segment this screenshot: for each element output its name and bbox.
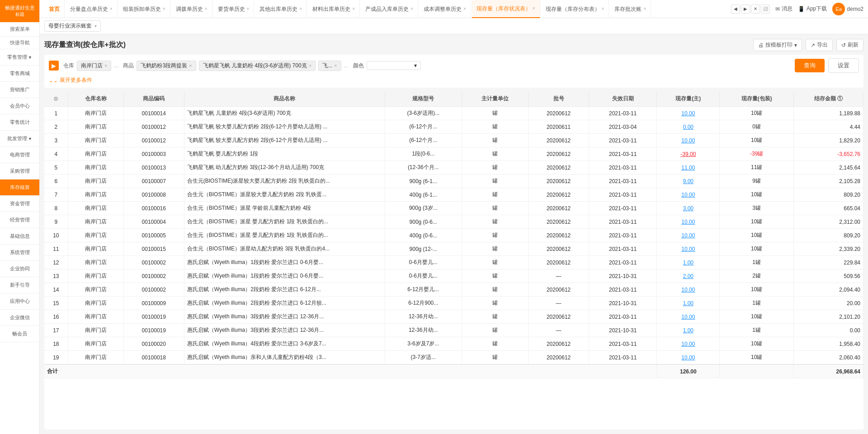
sidebar-quick-nav[interactable]: 快捷导航 bbox=[0, 37, 39, 49]
user-avatar[interactable]: Ea demo2 bbox=[832, 3, 863, 15]
sidebar-item-system[interactable]: 系统管理 bbox=[0, 245, 39, 261]
cell-qty-main[interactable]: 10.00 bbox=[657, 215, 720, 229]
sidebar-item-inventory[interactable]: 库存核算 bbox=[0, 179, 39, 196]
cell-qty-main[interactable]: 1.00 bbox=[657, 297, 720, 310]
cell-no: 16 bbox=[44, 310, 68, 324]
table-scroll[interactable]: ⚙ 仓库名称 商品编码 商品名称 规格型号 主计量单位 批号 失效日期 现存量(… bbox=[44, 91, 863, 429]
product-tag-1[interactable]: 飞鹤奶粉3段两提装 × bbox=[137, 61, 196, 71]
tab-close-combo[interactable]: × bbox=[163, 0, 165, 18]
warehouse-more[interactable]: ... bbox=[114, 62, 118, 69]
tab-close-inventory-dist[interactable]: × bbox=[602, 0, 604, 18]
tab-request[interactable]: 要货单历史 × bbox=[213, 0, 255, 18]
cell-qty-main[interactable]: 1.00 bbox=[657, 324, 720, 337]
sidebar-item-basic[interactable]: 基础信息 bbox=[0, 228, 39, 245]
warehouse-tag-1[interactable]: 南岸门店 × bbox=[77, 61, 111, 71]
sidebar-item-member[interactable]: 会员中心 bbox=[0, 98, 39, 114]
cell-qty-main[interactable]: 10.00 bbox=[657, 337, 720, 351]
tab-home[interactable]: 首页 bbox=[44, 0, 65, 18]
sidebar-item-finance[interactable]: 资金管理 bbox=[0, 196, 39, 212]
cell-qty-main[interactable]: 10.00 bbox=[657, 229, 720, 242]
sidebar-item-retail-shop[interactable]: 零售商城 bbox=[0, 66, 39, 82]
cell-qty-main[interactable]: 10.00 bbox=[657, 283, 720, 297]
tab-inventory-dist[interactable]: 现存量（库存分布表） × bbox=[541, 0, 609, 18]
sidebar-item-wechat[interactable]: 企业微信 bbox=[0, 310, 39, 326]
product-tag-3[interactable]: 飞... × bbox=[318, 61, 341, 71]
export-button[interactable]: ↗ 导出 bbox=[806, 39, 833, 51]
settings-icon[interactable]: ⚙ bbox=[53, 96, 58, 102]
warehouse-tag-remove[interactable]: × bbox=[104, 63, 107, 68]
query-button[interactable]: 查询 bbox=[795, 59, 825, 72]
table-row: 19 南岸门店 00100018 惠氏启赋（Wyeth illuma）亲和人体儿… bbox=[44, 351, 863, 365]
col-settings[interactable]: ⚙ bbox=[44, 91, 68, 107]
cell-qty-main[interactable]: 10.00 bbox=[657, 242, 720, 256]
cell-qty-main[interactable]: 2.00 bbox=[657, 269, 720, 283]
cell-qty-pack: 1罐 bbox=[720, 324, 793, 337]
tab-combo[interactable]: 组装拆卸单历史 × bbox=[118, 0, 170, 18]
cell-expire: 2021-03-11 bbox=[589, 202, 657, 215]
nav-next[interactable]: ▶ bbox=[741, 5, 750, 14]
sidebar-item-wholesale[interactable]: 批发管理▼ bbox=[0, 131, 39, 147]
tab-close-search[interactable]: × bbox=[205, 0, 208, 18]
filter-expand-btn[interactable]: ▶ bbox=[49, 61, 59, 71]
tab-cost-adjust[interactable]: 成本调整单历史 × bbox=[419, 0, 471, 18]
cell-qty-main[interactable]: 11.00 bbox=[657, 161, 720, 175]
logo-line2: 标题 bbox=[2, 11, 37, 18]
expand-more-btn[interactable]: ⌄⌄ 展开更多条件 bbox=[49, 76, 859, 84]
cell-qty-main[interactable]: 10.00 bbox=[657, 188, 720, 202]
product-tag-2[interactable]: 飞鹤星飞帆 儿童奶粉 4段(3-6岁适用) 700克 × bbox=[199, 61, 316, 71]
tab-close-split[interactable]: × bbox=[110, 0, 113, 18]
tab-product-in[interactable]: 产成品入库单历史 × bbox=[361, 0, 418, 18]
cell-qty-main[interactable]: 10.00 bbox=[657, 107, 720, 120]
tab-material-out[interactable]: 材料出库单历史 × bbox=[308, 0, 360, 18]
sidebar-item-ecommerce[interactable]: 电商管理 bbox=[0, 147, 39, 163]
cell-warehouse: 南岸门店 bbox=[68, 229, 123, 242]
sidebar-item-enterprise[interactable]: 企业协同 bbox=[0, 261, 39, 277]
sidebar-search[interactable]: 搜索菜单 bbox=[0, 22, 39, 37]
product-tag-3-remove[interactable]: × bbox=[334, 63, 337, 68]
sidebar-logo[interactable]: 畅捷通好生意 标题 bbox=[0, 0, 39, 22]
cell-qty-main[interactable]: 9.00 bbox=[657, 175, 720, 188]
cell-qty-main[interactable]: 0.00 bbox=[657, 120, 720, 134]
tab-close-material-out[interactable]: × bbox=[352, 0, 355, 18]
account-selector[interactable]: 母婴行业演示账套 ▾ bbox=[44, 20, 101, 32]
tab-close-batch-ledger[interactable]: × bbox=[643, 0, 646, 18]
product-tag-1-remove[interactable]: × bbox=[189, 63, 192, 68]
sidebar-item-retail[interactable]: 零售管理▼ bbox=[0, 49, 39, 66]
settings-button[interactable]: 设置 bbox=[828, 58, 859, 73]
sidebar-item-member2[interactable]: 畅会员 bbox=[0, 326, 39, 342]
color-dropdown[interactable]: ▾ bbox=[367, 61, 421, 70]
product-more[interactable]: ... bbox=[344, 62, 349, 69]
cell-warehouse: 南岸门店 bbox=[68, 120, 123, 134]
sidebar-item-marketing[interactable]: 营销推广 bbox=[0, 82, 39, 98]
sidebar-item-guide[interactable]: 新手引导 bbox=[0, 277, 39, 293]
tab-close-inventory-status[interactable]: × bbox=[533, 0, 535, 18]
tab-close-request[interactable]: × bbox=[247, 0, 250, 18]
nav-close[interactable]: ✕ bbox=[751, 5, 760, 14]
sidebar-item-operation[interactable]: 经营管理 bbox=[0, 212, 39, 228]
tab-close-other-out[interactable]: × bbox=[299, 0, 302, 18]
message-btn[interactable]: ✉ 消息 bbox=[775, 5, 793, 13]
cell-qty-main[interactable]: 3.00 bbox=[657, 202, 720, 215]
sidebar-item-purchase[interactable]: 采购管理 bbox=[0, 163, 39, 179]
cell-qty-main[interactable]: 10.00 bbox=[657, 351, 720, 365]
app-download-btn[interactable]: 📱 App下载 bbox=[798, 5, 827, 13]
tab-batch-ledger[interactable]: 库存批次账 × bbox=[610, 0, 651, 18]
sidebar-item-appstore[interactable]: 应用中心 bbox=[0, 293, 39, 310]
refresh-button[interactable]: ↺ 刷新 bbox=[836, 39, 863, 51]
tab-close-cost-adjust[interactable]: × bbox=[463, 0, 466, 18]
nav-prev[interactable]: ◀ bbox=[731, 5, 740, 14]
sidebar-item-retail-stats[interactable]: 零售统计 bbox=[0, 114, 39, 131]
tab-other-out[interactable]: 其他出库单历史 × bbox=[255, 0, 307, 18]
product-tag-2-remove[interactable]: × bbox=[309, 63, 311, 68]
tab-search-order[interactable]: 调拨单历史 × bbox=[171, 0, 212, 18]
print-button[interactable]: 🖨 按模板打印 ▾ bbox=[753, 39, 802, 51]
cell-no: 2 bbox=[44, 120, 68, 134]
tab-close-product-in[interactable]: × bbox=[410, 0, 413, 18]
tab-inventory-status[interactable]: 现存量（库存状况表） × bbox=[472, 0, 540, 18]
cell-qty-main[interactable]: 1.00 bbox=[657, 256, 720, 269]
tab-split[interactable]: 分量盘点单历史 × bbox=[66, 0, 118, 18]
cell-qty-main[interactable]: 10.00 bbox=[657, 134, 720, 147]
cell-qty-main[interactable]: 10.00 bbox=[657, 310, 720, 324]
nav-expand[interactable]: ⬜ bbox=[761, 5, 770, 14]
cell-qty-main[interactable]: -39.00 bbox=[657, 147, 720, 161]
